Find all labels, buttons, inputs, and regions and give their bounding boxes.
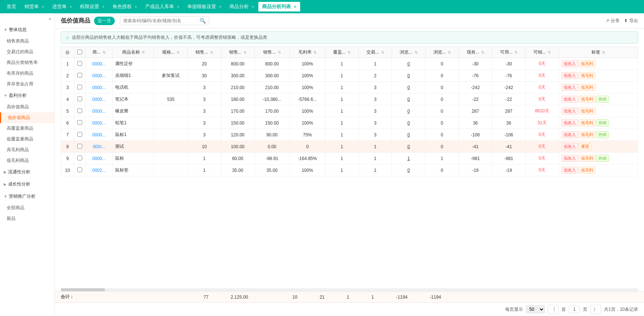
sidebar-item-sales-products[interactable]: 销售类商品 <box>0 36 54 47</box>
sidebar-item-high-value[interactable]: 高价值商品 <box>0 102 54 112</box>
sidebar-group-marketing[interactable]: ▼ 营销推广分析 <box>0 190 54 203</box>
next-page-btn[interactable]: 〉 <box>590 305 601 314</box>
sales-quantity: 10 <box>188 141 221 153</box>
browse2-column-header[interactable]: 浏览... ⇅ <box>425 47 459 58</box>
browse-count-2: 0 <box>425 94 459 105</box>
spec-column-header[interactable]: 规格... ⇅ <box>154 47 188 58</box>
row-checkbox-cell <box>74 58 85 70</box>
tag-badge: 低毛利 <box>579 108 596 115</box>
sidebar-item-low-coverage[interactable]: 低覆盖量商品 <box>0 134 54 145</box>
settings-icon[interactable]: ⚙ <box>65 50 70 55</box>
row-number: 8 <box>61 141 74 153</box>
first-page-btn[interactable]: 〈 <box>548 305 559 314</box>
sidebar-group-flow[interactable]: ▶ 流通性分析 <box>0 166 54 178</box>
tag-badge: 热销 <box>596 131 609 138</box>
row-checkbox[interactable] <box>77 156 82 160</box>
nav-sales-order[interactable]: 销货单 × <box>21 2 48 11</box>
nav-product-storage[interactable]: 产成品入库单 × <box>141 2 183 11</box>
nav-purchase-order[interactable]: 进货单 × <box>48 2 76 11</box>
sales-amount-column-header[interactable]: 销售... ⇅ <box>254 47 289 58</box>
product-name: 鼠标垫 <box>113 164 154 176</box>
row-checkbox[interactable] <box>77 85 82 89</box>
sidebar-item-category-sales-rate[interactable]: 商品分类销售率 <box>0 57 54 68</box>
share-button[interactable]: ↗ 分享 <box>606 18 620 24</box>
trade-column-header[interactable]: 交易... ⇅ <box>359 47 392 58</box>
sidebar-item-low-value[interactable]: 低价值商品 <box>0 112 54 123</box>
product-spec <box>154 141 188 153</box>
table-row: 90000...鼠标160.00-98.91-164.85%1111-981-9… <box>61 153 638 164</box>
sidebar-item-high-margin[interactable]: 高毛利商品 <box>0 145 54 155</box>
nav-home[interactable]: 首页 <box>3 2 20 11</box>
filter-recent-month-btn[interactable]: 近一月 <box>94 17 115 25</box>
nav-product-analysis[interactable]: 商品分析 × <box>226 2 258 11</box>
row-checkbox[interactable] <box>77 108 82 113</box>
product-code: 0000... <box>85 82 113 94</box>
gross-margin: 100% <box>289 117 325 129</box>
footer-current-stock: -1194 <box>396 295 407 300</box>
browse-count-2: 0 <box>425 141 459 153</box>
per-page-select[interactable]: 50 100 200 <box>526 305 545 313</box>
product-code: 0000... <box>85 70 113 82</box>
sales-price: 180.00 <box>221 94 254 105</box>
sidebar-item-new-products[interactable]: 新品 <box>0 213 54 224</box>
nav-product-analysis-list[interactable]: 商品分析列表 × <box>258 2 300 11</box>
row-checkbox[interactable] <box>77 61 82 66</box>
code-column-header[interactable]: 商... ⇅ <box>85 47 113 58</box>
top-navigation: 首页 销货单 × 进货单 × 权限设置 × 角色授权 × 产成品入库单 × 单据… <box>0 0 644 13</box>
nav-permission[interactable]: 权限设置 × <box>76 2 108 11</box>
select-all-checkbox[interactable] <box>77 50 82 54</box>
gross-margin-column-header[interactable]: 毛利率 ⇅ <box>289 47 325 58</box>
available-column-header[interactable]: 可用... ⇅ <box>492 47 525 58</box>
sales-amount: 800.00 <box>254 58 289 70</box>
export-button[interactable]: ⬆ 导出 <box>624 18 638 24</box>
sidebar-group-profit[interactable]: ▼ 盈利分析 <box>0 89 54 102</box>
current-page-num[interactable]: 1 <box>569 306 580 313</box>
row-checkbox[interactable] <box>77 96 82 101</box>
nav-role-auth[interactable]: 角色授权 × <box>109 2 141 11</box>
scroll-thumb[interactable] <box>61 288 105 291</box>
row-checkbox[interactable] <box>77 120 82 125</box>
sidebar-item-inventory-capital[interactable]: 库存资金占用 <box>0 79 54 89</box>
current-stock-column-header[interactable]: 现有... ⇅ <box>459 47 492 58</box>
tag-badge: 低收入 <box>561 131 578 138</box>
tag-badge: 低毛利 <box>579 72 596 79</box>
sales-qty-column-header[interactable]: 销售... ⇅ <box>188 47 221 58</box>
nav-template-settings[interactable]: 单据模板设置 × <box>184 2 225 11</box>
horizontal-scrollbar[interactable] <box>61 288 638 291</box>
sales-price: 60.00 <box>221 153 254 164</box>
row-checkbox[interactable] <box>77 144 82 149</box>
footer-sales-price: 2,125.00 <box>231 295 248 300</box>
row-checkbox[interactable] <box>77 132 82 137</box>
sidebar-item-high-coverage[interactable]: 高覆盖量商品 <box>0 123 54 134</box>
row-number: 7 <box>61 129 74 141</box>
browse1-column-header[interactable]: 浏览... ⇅ <box>392 47 425 58</box>
sidebar-group-growth[interactable]: ▶ 成长性分析 <box>0 178 54 190</box>
page-header: 低价值商品 近一月 🔍 ↗ 分享 ⬆ 导出 <box>55 13 644 28</box>
tags-column-header[interactable]: 标签 ⇅ <box>559 47 638 58</box>
row-checkbox[interactable] <box>77 73 82 78</box>
sidebar-collapse-btn[interactable]: « <box>0 13 54 24</box>
sales-quantity: 1 <box>188 164 221 176</box>
tag-badge: 低收入 <box>561 84 578 91</box>
search-icon[interactable]: 🔍 <box>199 18 206 24</box>
name-column-header[interactable]: 商品名称 ⇅ <box>113 47 154 58</box>
gear-column-header[interactable]: ⚙ <box>61 47 74 58</box>
product-code: 0000... <box>85 58 113 70</box>
chevron-down-icon-2: ▼ <box>4 94 7 98</box>
browse-count-1: 0 <box>392 164 425 176</box>
search-input[interactable] <box>123 18 197 23</box>
row-checkbox[interactable] <box>77 167 82 172</box>
footer-label: 合计： <box>61 294 76 300</box>
sidebar-group-overall[interactable]: ▼ 整体信息 <box>0 24 54 36</box>
row-checkbox-cell <box>74 153 85 164</box>
sidebar-item-low-margin[interactable]: 低毛利商品 <box>0 155 54 166</box>
sidebar-item-traded-products[interactable]: 交易过的商品 <box>0 47 54 57</box>
row-checkbox-cell <box>74 82 85 94</box>
sidebar-item-stocked-products[interactable]: 有库存的商品 <box>0 68 54 79</box>
browse-count-1: 0 <box>392 94 425 105</box>
sidebar-item-all-products[interactable]: 全部商品 <box>0 203 54 213</box>
sales-price-column-header[interactable]: 销售... ⇅ <box>221 47 254 58</box>
sellable-column-header[interactable]: 可销... ⇅ <box>526 47 559 58</box>
coverage-column-header[interactable]: 覆盖... ⇅ <box>325 47 359 58</box>
tag-badge: 低收入 <box>561 96 578 103</box>
